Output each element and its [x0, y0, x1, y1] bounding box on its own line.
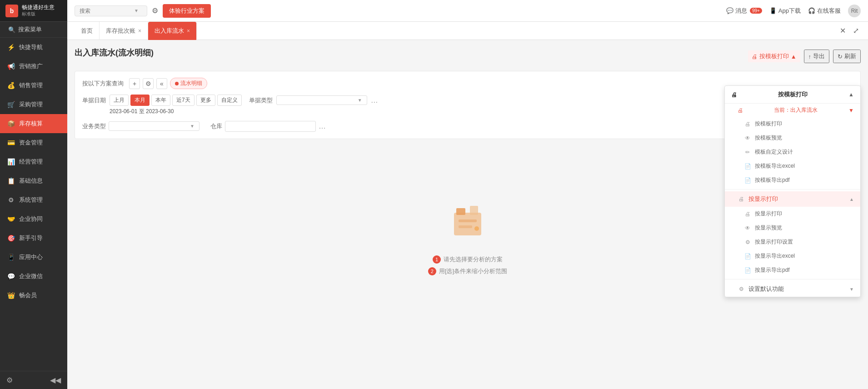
dropdown-display-settings-item[interactable]: ⚙ 按显示打印设置 [725, 235, 860, 249]
main-content: ▼ ⚙ 体验行业方案 💬 消息 99+ 📱 App下载 🎧 在线客服 Rit [67, 0, 868, 389]
refresh-label: 刷新 [844, 52, 856, 60]
sidebar-item-sales[interactable]: 💰 销售管理 [0, 76, 67, 95]
sidebar-item-label: 资金管理 [19, 139, 43, 147]
dropdown-collapse-icon[interactable]: ▲ [848, 91, 854, 98]
sidebar: b 畅捷通好生意 标准版 🔍 搜索菜单 ⚡ 快捷导航 📢 营销推广 💰 销售管理… [0, 0, 67, 389]
sidebar-search-label: 搜索菜单 [18, 25, 42, 34]
sidebar-item-guide[interactable]: 🎯 新手引导 [0, 229, 67, 248]
dropdown-current-item[interactable]: 🖨 当前：出入库流水 ▼ [725, 104, 860, 117]
dropdown-divider-2 [725, 279, 860, 279]
message-badge: 99+ [750, 8, 762, 14]
dropdown-template-print-item[interactable]: 🖨 按模板打印 [725, 117, 860, 131]
sidebar-item-weixin[interactable]: 💬 企业微信 [0, 267, 67, 286]
doctype-select[interactable]: ▼ [276, 95, 367, 105]
dropdown-display-preview-item[interactable]: 👁 按显示预览 [725, 221, 860, 235]
dropdown-display-pdf-item[interactable]: 📄 按显示导出pdf [725, 263, 860, 277]
app-name: 畅捷通好生意 [22, 4, 55, 11]
sidebar-item-member[interactable]: 👑 畅会员 [0, 286, 67, 305]
sidebar-item-marketing[interactable]: 📢 营销推广 [0, 57, 67, 76]
online-service-btn[interactable]: 🎧 在线客服 [808, 7, 841, 15]
doctype-field-label: 单据类型 [249, 96, 273, 105]
topbar-gear-icon[interactable]: ⚙ [152, 6, 158, 15]
date-this-month-btn[interactable]: 本月 [130, 95, 150, 106]
sidebar-item-corp[interactable]: 🤝 企业协同 [0, 209, 67, 229]
sidebar-item-system[interactable]: ⚙ 系统管理 [0, 190, 67, 209]
tab-flow[interactable]: 出入库流水 × [148, 22, 197, 40]
date-this-year-btn[interactable]: 本年 [151, 95, 170, 106]
sidebar-collapse-icon[interactable]: ◀◀ [50, 376, 61, 384]
dropdown-template-excel-item[interactable]: 📄 按模板导出excel [725, 159, 860, 173]
business-type-label: 业务类型 [82, 122, 106, 130]
display-print-label: 按显示打印 [755, 210, 854, 218]
message-label: 消息 [735, 7, 747, 15]
dropdown-template-pdf-item[interactable]: 📄 按模板导出pdf [725, 173, 860, 187]
guide-icon: 🎯 [6, 234, 15, 243]
filter-collapse-left-btn[interactable]: « [156, 78, 167, 89]
sidebar-item-label: 新手引导 [19, 234, 43, 242]
tab-expand-btn[interactable]: ⤢ [851, 25, 861, 37]
svg-rect-3 [459, 219, 477, 222]
app-download-btn[interactable]: 📱 App下载 [769, 7, 801, 15]
date-custom-btn[interactable]: 自定义 [217, 95, 242, 106]
filter-settings-btn[interactable]: ⚙ [143, 78, 154, 89]
sidebar-item-operation[interactable]: 📊 经营管理 [0, 152, 67, 171]
doctype-more-icon[interactable]: … [371, 96, 378, 105]
page-content: 出入库流水(流水明细) 🖨 按模板打印 ▲ ↑ 导出 ↻ 刷新 [67, 40, 868, 389]
refresh-btn[interactable]: ↻ 刷新 [833, 50, 861, 63]
warehouse-input[interactable] [225, 121, 316, 132]
sidebar-item-finance[interactable]: 💳 资金管理 [0, 133, 67, 152]
set-default-arrow: ▼ [849, 287, 854, 292]
date-last-7-btn[interactable]: 近7天 [172, 95, 195, 106]
business-type-select[interactable]: ▼ [109, 121, 200, 131]
filter-label: 按以下方案查询 [82, 80, 124, 88]
export-btn[interactable]: ↑ 导出 [804, 50, 830, 63]
dropdown-display-print-header[interactable]: 🖨 按显示打印 ▲ [725, 191, 860, 207]
dropdown-set-default-item[interactable]: ⚙ 设置默认功能 ▼ [725, 281, 860, 297]
user-name: Rit [851, 8, 858, 14]
dropdown-template-custom-item[interactable]: ✏ 模板自定义设计 [725, 145, 860, 159]
template-excel-label: 按模板导出excel [755, 162, 854, 170]
tab-batch-close-btn[interactable]: × [138, 28, 141, 34]
tab-flow-close-btn[interactable]: × [187, 28, 190, 34]
sidebar-item-quick-nav[interactable]: ⚡ 快捷导航 [0, 38, 67, 57]
trial-button[interactable]: 体验行业方案 [163, 4, 211, 18]
topbar-search-area[interactable]: ▼ [75, 5, 147, 16]
filter-tag[interactable]: 流水明细 [170, 78, 207, 89]
sidebar-item-purchase[interactable]: 🛒 采购管理 [0, 95, 67, 114]
user-avatar-area[interactable]: Rit [848, 5, 861, 17]
sidebar-item-label: 畅会员 [19, 291, 37, 299]
svg-point-5 [474, 226, 479, 231]
system-icon: ⚙ [6, 195, 15, 204]
tab-close-all-btn[interactable]: ✕ [838, 25, 848, 37]
sidebar-search-btn[interactable]: 🔍 搜索菜单 [0, 22, 67, 38]
dropdown-display-print-item[interactable]: 🖨 按显示打印 [725, 207, 860, 221]
tab-home[interactable]: 首页 [75, 22, 100, 40]
template-print-label: 按模板打印 [755, 120, 854, 128]
date-last-month-btn[interactable]: 上月 [110, 95, 129, 106]
message-btn[interactable]: 💬 消息 99+ [726, 7, 762, 15]
sidebar-settings-icon[interactable]: ⚙ [6, 376, 13, 384]
sidebar-item-label: 系统管理 [19, 196, 43, 204]
sidebar-item-label: 销售管理 [19, 81, 43, 90]
template-print-icon: 🖨 [744, 120, 751, 128]
date-more-btn[interactable]: 更多 [196, 95, 215, 106]
tab-batch-account[interactable]: 库存批次账 × [100, 22, 148, 40]
sidebar-item-apps[interactable]: 📱 应用中心 [0, 248, 67, 267]
set-default-icon: ⚙ [738, 285, 745, 293]
print-icon-header: 🖨 [731, 91, 737, 98]
sidebar-item-label: 应用中心 [19, 253, 43, 261]
dropdown-display-excel-item[interactable]: 📄 按显示导出excel [725, 249, 860, 263]
dropdown-template-preview-item[interactable]: 👁 按模板预览 [725, 131, 860, 145]
topbar-search-input[interactable] [80, 8, 134, 14]
sidebar-item-base[interactable]: 📋 基础信息 [0, 171, 67, 190]
filter-date-group: 单据日期 上月 本月 本年 近7天 更多 自定义 [82, 95, 242, 106]
operation-icon: 📊 [6, 157, 15, 166]
display-preview-icon: 👁 [744, 224, 751, 232]
display-pdf-icon: 📄 [744, 267, 751, 274]
warehouse-more-icon[interactable]: … [319, 122, 326, 130]
app-download-icon: 📱 [769, 7, 777, 14]
print-template-btn[interactable]: 🖨 按模板打印 ▲ [748, 50, 800, 62]
filter-add-btn[interactable]: + [129, 78, 140, 89]
sidebar-item-inventory[interactable]: 📦 库存核算 [0, 114, 67, 133]
template-custom-icon: ✏ [744, 149, 751, 156]
